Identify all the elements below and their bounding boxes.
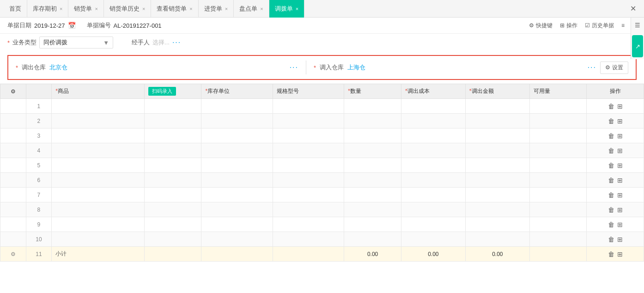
row-qty-cell[interactable]	[344, 158, 401, 173]
row-cost-cell[interactable]	[401, 128, 465, 143]
transfer-in-value[interactable]: 上海仓	[347, 63, 365, 72]
row-unit-cell[interactable]	[201, 158, 273, 173]
row-delete-icon[interactable]: 🗑	[608, 132, 614, 140]
row-spec-cell[interactable]	[273, 114, 344, 128]
row-delete-icon[interactable]: 🗑	[608, 147, 614, 154]
row-copy-icon[interactable]: ⊞	[617, 206, 623, 214]
row-copy-icon[interactable]: ⊞	[617, 191, 623, 199]
row-product-cell[interactable]	[52, 202, 145, 217]
row-spec-cell[interactable]	[273, 128, 344, 143]
shortcut-button[interactable]: ⚙ 快捷键	[529, 22, 553, 30]
row-delete-icon[interactable]: 🗑	[608, 162, 614, 169]
row-qty-cell[interactable]	[344, 114, 401, 128]
row-amount-cell[interactable]	[465, 128, 529, 143]
row-spec-cell[interactable]	[273, 173, 344, 188]
row-copy-icon[interactable]: ⊞	[617, 147, 623, 154]
tab-view-sales-close[interactable]: ×	[189, 6, 192, 12]
row-delete-icon[interactable]: 🗑	[608, 191, 614, 199]
row-amount-cell[interactable]	[465, 173, 529, 188]
row-copy-icon[interactable]: ⊞	[617, 117, 623, 125]
row-spec-cell[interactable]	[273, 232, 344, 247]
row-amount-cell[interactable]	[465, 99, 529, 114]
row-qty-cell[interactable]	[344, 232, 401, 247]
transfer-out-more-icon[interactable]: ···	[290, 63, 298, 72]
row-copy-icon[interactable]: ⊞	[617, 132, 623, 140]
row-product-cell[interactable]	[52, 114, 145, 128]
tab-stocktake-close[interactable]: ×	[260, 6, 263, 12]
row-product-cell[interactable]	[52, 128, 145, 143]
row-product-cell[interactable]	[52, 188, 145, 202]
tab-inventory-init[interactable]: 库存期初 ×	[27, 0, 68, 18]
row-amount-cell[interactable]	[465, 114, 529, 128]
calendar-icon[interactable]: 📅	[68, 22, 76, 29]
row-spec-cell[interactable]	[273, 188, 344, 202]
tab-transfer-close[interactable]: ×	[296, 6, 298, 12]
row-product-cell[interactable]	[52, 232, 145, 247]
row-unit-cell[interactable]	[201, 217, 273, 232]
row-gear-icon[interactable]: ⚙	[11, 251, 16, 257]
row-product-cell[interactable]	[52, 143, 145, 158]
row-qty-cell[interactable]	[344, 202, 401, 217]
row-unit-cell[interactable]	[201, 173, 273, 188]
row-copy-icon[interactable]: ⊞	[617, 236, 623, 243]
tab-home[interactable]: 首页	[4, 0, 27, 18]
subtotal-copy-icon[interactable]: ⊞	[617, 250, 623, 258]
subtotal-delete-icon[interactable]: 🗑	[608, 250, 614, 258]
row-cost-cell[interactable]	[401, 143, 465, 158]
row-spec-cell[interactable]	[273, 99, 344, 114]
row-amount-cell[interactable]	[465, 202, 529, 217]
row-qty-cell[interactable]	[344, 188, 401, 202]
row-amount-cell[interactable]	[465, 188, 529, 202]
date-value[interactable]: 2019-12-27	[34, 22, 65, 29]
sidebar-export-button[interactable]: ↗	[632, 35, 643, 57]
sidebar-doc-button[interactable]: ☰	[632, 19, 643, 31]
tab-view-sales[interactable]: 查看销货单 ×	[151, 0, 198, 18]
row-product-cell[interactable]	[52, 217, 145, 232]
col-header-gear[interactable]: ⚙	[0, 84, 26, 99]
row-unit-cell[interactable]	[201, 143, 273, 158]
row-spec-cell[interactable]	[273, 143, 344, 158]
tab-sales-order[interactable]: 销货单 ×	[68, 0, 103, 18]
row-spec-cell[interactable]	[273, 217, 344, 232]
row-product-cell[interactable]	[52, 158, 145, 173]
row-delete-icon[interactable]: 🗑	[608, 236, 614, 243]
row-delete-icon[interactable]: 🗑	[608, 221, 614, 228]
transfer-in-more-icon[interactable]: ···	[588, 63, 596, 72]
row-delete-icon[interactable]: 🗑	[608, 177, 614, 184]
row-cost-cell[interactable]	[401, 158, 465, 173]
row-copy-icon[interactable]: ⊞	[617, 177, 623, 184]
person-more-icon[interactable]: ···	[172, 38, 181, 47]
row-cost-cell[interactable]	[401, 217, 465, 232]
tab-sales-history[interactable]: 销货单历史 ×	[104, 0, 151, 18]
window-close-button[interactable]: ✕	[626, 1, 640, 16]
row-amount-cell[interactable]	[465, 158, 529, 173]
row-qty-cell[interactable]	[344, 128, 401, 143]
row-spec-cell[interactable]	[273, 158, 344, 173]
row-amount-cell[interactable]	[465, 232, 529, 247]
person-placeholder[interactable]: 选择...	[152, 38, 170, 47]
row-cost-cell[interactable]	[401, 202, 465, 217]
row-cost-cell[interactable]	[401, 173, 465, 188]
row-unit-cell[interactable]	[201, 114, 273, 128]
row-cost-cell[interactable]	[401, 232, 465, 247]
business-type-select[interactable]: 同价调拨 ▼	[39, 37, 113, 49]
row-qty-cell[interactable]	[344, 173, 401, 188]
row-unit-cell[interactable]	[201, 232, 273, 247]
row-unit-cell[interactable]	[201, 128, 273, 143]
operations-button[interactable]: ⊞ 操作	[560, 22, 577, 30]
view-toggle-list[interactable]: ≡	[621, 22, 625, 29]
row-copy-icon[interactable]: ⊞	[617, 162, 623, 169]
tab-sales-order-close[interactable]: ×	[95, 6, 97, 12]
tab-stocktake[interactable]: 盘点单 ×	[234, 0, 269, 18]
tab-purchase-order-close[interactable]: ×	[225, 6, 228, 12]
row-amount-cell[interactable]	[465, 143, 529, 158]
row-unit-cell[interactable]	[201, 188, 273, 202]
tab-purchase-order[interactable]: 进货单 ×	[199, 0, 234, 18]
row-cost-cell[interactable]	[401, 99, 465, 114]
row-unit-cell[interactable]	[201, 99, 273, 114]
tab-inventory-init-close[interactable]: ×	[60, 6, 62, 12]
row-product-cell[interactable]	[52, 173, 145, 188]
row-copy-icon[interactable]: ⊞	[617, 221, 623, 228]
row-product-cell[interactable]	[52, 99, 145, 114]
row-qty-cell[interactable]	[344, 99, 401, 114]
